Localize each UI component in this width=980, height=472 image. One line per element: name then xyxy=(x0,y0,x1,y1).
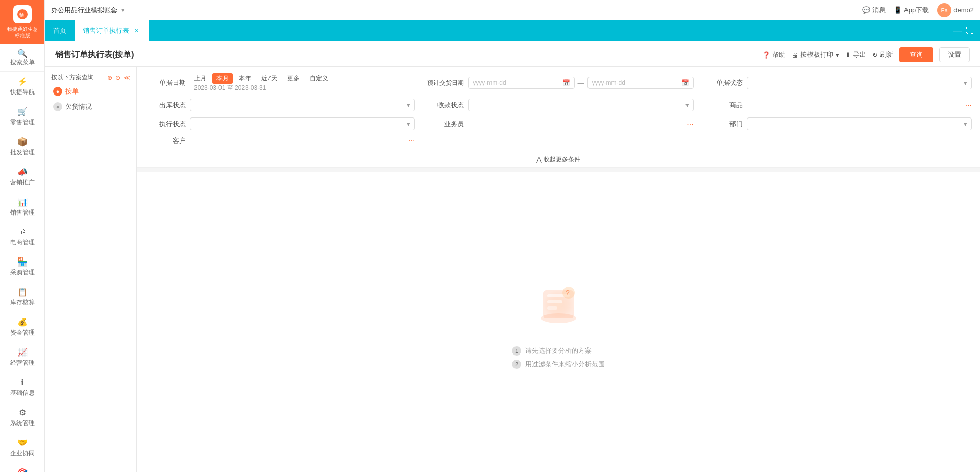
minimize-icon[interactable]: — xyxy=(953,26,962,35)
message-icon: 💬 xyxy=(862,6,870,14)
maximize-icon[interactable]: ⛶ xyxy=(966,26,974,35)
collapse-bar[interactable]: ⋀ 收起更多条件 xyxy=(145,152,972,167)
user-avatar-area[interactable]: Ea demo2 xyxy=(937,3,974,17)
sidebar-item-business[interactable]: 📈 经营管理 xyxy=(0,342,45,372)
out-status-select[interactable]: ▾ xyxy=(190,99,415,111)
sidebar-item-system[interactable]: ⚙ 系统管理 xyxy=(0,403,45,433)
purchase-icon: 🏪 xyxy=(17,257,28,267)
business-icon: 📈 xyxy=(17,347,28,357)
message-button[interactable]: 💬 消息 xyxy=(862,6,886,15)
expected-date-to[interactable]: yyyy-mm-dd 📅 xyxy=(587,77,694,89)
app-subtitle: 标准版 xyxy=(15,32,30,39)
sidebar-item-purchase[interactable]: 🏪 采购管理 xyxy=(0,252,45,282)
status-select[interactable]: ▾ xyxy=(747,77,972,89)
sidebar-item-newcomer[interactable]: 🎯 新手引导 xyxy=(0,463,45,472)
filter-exec-status-group: 执行状态 ▾ xyxy=(145,117,415,130)
expected-date-from[interactable]: yyyy-mm-dd 📅 xyxy=(468,77,574,89)
filter-row-1: 单据日期 上月 本月 本年 近7天 更多 自定义 20 xyxy=(145,73,972,92)
sidebar-item-basic-info[interactable]: ℹ 基础信息 xyxy=(0,372,45,403)
svg-text:畅: 畅 xyxy=(19,12,24,17)
company-dropdown-icon[interactable]: ▾ xyxy=(121,7,125,13)
app-logo: 畅 畅捷通好生意 标准版 xyxy=(0,0,45,44)
app-download-label: App下载 xyxy=(904,6,929,15)
date-label: 单据日期 xyxy=(145,78,186,87)
date-tab-last-month[interactable]: 上月 xyxy=(190,73,210,84)
sidebar-item-finance[interactable]: 💰 资金管理 xyxy=(0,312,45,342)
search-button[interactable]: 查询 xyxy=(899,47,933,62)
sidebar-item-wholesale[interactable]: 📦 批发管理 xyxy=(0,132,45,162)
sidebar-item-marketing[interactable]: 📣 营销推广 xyxy=(0,162,45,192)
sidebar-item-ecommerce[interactable]: 🛍 电商管理 xyxy=(0,222,45,252)
add-scheme-icon[interactable]: ⊕ xyxy=(107,74,112,81)
main-area: 办公用品行业模拟账套 ▾ 💬 消息 📱 App下载 Ea demo2 首页 xyxy=(45,0,980,472)
export-label: 导出 xyxy=(853,50,866,59)
date-tab-custom[interactable]: 自定义 xyxy=(306,73,332,84)
page-header-actions: ❓ 帮助 🖨 按模板打印 ▾ ⬇ 导出 ↻ 刷新 xyxy=(762,47,970,62)
sidebar-item-inventory[interactable]: 📋 库存核算 xyxy=(0,282,45,312)
scheme-item-overdue[interactable]: ● 欠货情况 xyxy=(45,99,136,114)
refresh-button[interactable]: ↻ 刷新 xyxy=(872,50,893,59)
sidebar-item-enterprise[interactable]: 🤝 企业协同 xyxy=(0,433,45,463)
settings-scheme-icon[interactable]: ⊙ xyxy=(115,74,120,81)
exec-status-select[interactable]: ▾ xyxy=(190,117,415,130)
svg-rect-6 xyxy=(547,306,557,310)
empty-tip-2: 2 用过滤条件来缩小分析范围 xyxy=(512,360,605,369)
empty-tip-1: 1 请先选择要分析的方案 xyxy=(512,346,605,356)
filter-date-group: 单据日期 上月 本月 本年 近7天 更多 自定义 20 xyxy=(145,73,415,92)
sidebar-item-quick-nav[interactable]: ⚡ 快捷导航 xyxy=(0,72,45,102)
product-more-icon[interactable]: ··· xyxy=(965,101,972,110)
refresh-label: 刷新 xyxy=(880,50,893,59)
tab-close-button[interactable]: ✕ xyxy=(132,27,140,35)
department-select[interactable]: ▾ xyxy=(747,117,972,130)
department-arrow-icon: ▾ xyxy=(964,120,967,128)
app-name: 畅捷通好生意 xyxy=(7,26,38,32)
export-button[interactable]: ⬇ 导出 xyxy=(845,50,866,59)
customer-more-icon[interactable]: ··· xyxy=(408,136,415,146)
sidebar-item-sales[interactable]: 📊 销售管理 xyxy=(0,192,45,222)
print-icon: 🖨 xyxy=(792,51,798,59)
print-label: 按模板打印 xyxy=(800,50,834,59)
calendar-to-icon: 📅 xyxy=(681,79,689,86)
print-button[interactable]: 🖨 按模板打印 ▾ xyxy=(792,50,839,59)
help-button[interactable]: ❓ 帮助 xyxy=(762,50,786,59)
tabbar: 首页 销售订单执行表 ✕ — ⛶ xyxy=(45,20,980,41)
settings-button[interactable]: 设置 xyxy=(939,47,970,62)
tab-sales-order[interactable]: 销售订单执行表 ✕ xyxy=(75,20,149,41)
collapse-scheme-icon[interactable]: ≪ xyxy=(124,74,130,81)
content-wrapper: 按以下方案查询 ⊕ ⊙ ≪ ● 按单 ● 欠货情况 xyxy=(45,67,980,472)
app-download-button[interactable]: 📱 App下载 xyxy=(894,6,929,15)
finance-icon: 💰 xyxy=(17,317,28,327)
date-tab-this-year[interactable]: 本年 xyxy=(235,73,255,84)
date-tab-this-month[interactable]: 本月 xyxy=(212,73,233,84)
tip-text-2: 用过滤条件来缩小分析范围 xyxy=(525,360,605,369)
date-tab-more[interactable]: 更多 xyxy=(283,73,304,84)
tab-home[interactable]: 首页 xyxy=(45,20,75,41)
tab-sales-order-label: 销售订单执行表 xyxy=(83,26,129,35)
page-header-top: 销售订单执行表(按单) ❓ 帮助 🖨 按模板打印 ▾ ⬇ 导出 xyxy=(55,47,970,62)
marketing-icon: 📣 xyxy=(17,167,28,177)
scheme-label: 按以下方案查询 xyxy=(51,73,94,82)
export-icon: ⬇ xyxy=(845,51,851,59)
scheme-item-by-order[interactable]: ● 按单 xyxy=(45,84,136,99)
filter-row-2: 出库状态 ▾ 收款状态 ▾ xyxy=(145,99,972,111)
payment-status-select[interactable]: ▾ xyxy=(468,99,693,111)
sidebar-item-retail[interactable]: 🛒 零售管理 xyxy=(0,102,45,132)
wholesale-label: 批发管理 xyxy=(10,148,35,157)
help-icon: ❓ xyxy=(762,51,770,59)
filter-product-group: 商品 ··· xyxy=(702,99,972,111)
salesperson-more-icon[interactable]: ··· xyxy=(687,120,693,129)
collapse-label: 收起更多条件 xyxy=(544,155,580,164)
calendar-from-icon: 📅 xyxy=(562,79,570,86)
print-dropdown-icon[interactable]: ▾ xyxy=(836,51,839,59)
expected-date-label: 预计交货日期 xyxy=(423,79,464,87)
date-tab-last7[interactable]: 近7天 xyxy=(257,73,281,84)
business-label: 经营管理 xyxy=(10,359,35,367)
refresh-icon: ↻ xyxy=(872,51,878,59)
product-label: 商品 xyxy=(702,101,743,110)
quick-nav-label: 快捷导航 xyxy=(10,88,35,97)
sidebar-search[interactable]: 🔍 搜索菜单 xyxy=(0,44,45,72)
system-icon: ⚙ xyxy=(19,408,26,417)
message-label: 消息 xyxy=(872,6,886,15)
collapse-up-icon: ⋀ xyxy=(536,156,542,163)
scheme-icon-by-order: ● xyxy=(53,87,62,96)
